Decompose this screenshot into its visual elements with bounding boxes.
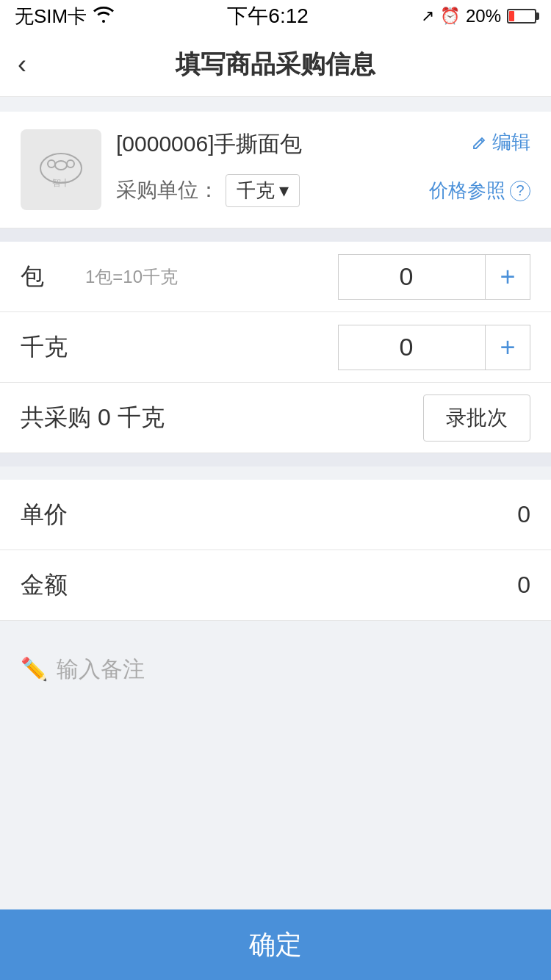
unit-price-row: 单价 0 xyxy=(0,480,551,550)
unit-price-value: 0 xyxy=(517,501,530,528)
pencil-icon: ✏️ xyxy=(21,656,48,682)
product-card: 智十 [0000006]手撕面包 编辑 采购单位： xyxy=(0,112,551,228)
location-icon: ↗ xyxy=(421,7,434,26)
kg-quantity-input[interactable] xyxy=(338,325,485,370)
carrier-label: 无SIM卡 xyxy=(15,4,87,29)
amount-label: 金额 xyxy=(21,569,68,602)
bao-input-row: 包 1包=10千克 + xyxy=(0,242,551,312)
wifi-icon xyxy=(93,5,115,28)
info-section: 单价 0 金额 0 xyxy=(0,480,551,621)
confirm-button[interactable]: 确定 xyxy=(0,909,551,980)
svg-point-1 xyxy=(48,160,55,167)
kg-plus-button[interactable]: + xyxy=(485,325,530,370)
svg-text:智十: 智十 xyxy=(52,178,70,188)
bao-quantity-input[interactable] xyxy=(338,254,485,300)
status-right: ↗ ⏰ 20% xyxy=(421,6,536,26)
section-divider-1 xyxy=(0,228,551,242)
kg-label: 千克 xyxy=(21,331,79,364)
kg-input-row: 千克 + xyxy=(0,312,551,383)
quantity-input-section: 包 1包=10千克 + 千克 + xyxy=(0,242,551,383)
page-title: 填写商品采购信息 xyxy=(176,48,375,82)
bao-sublabel: 1包=10千克 xyxy=(85,265,178,289)
bao-plus-button[interactable]: + xyxy=(485,254,530,300)
remark-placeholder: 输入备注 xyxy=(57,655,145,685)
svg-point-2 xyxy=(67,160,74,167)
product-info: [0000006]手撕面包 编辑 采购单位： 千克 ▾ xyxy=(116,129,530,207)
dropdown-icon: ▾ xyxy=(279,179,289,202)
alarm-icon: ⏰ xyxy=(440,7,460,26)
unit-select[interactable]: 千克 ▾ xyxy=(226,174,300,207)
bao-label: 包 xyxy=(21,261,79,293)
product-image: 智十 xyxy=(21,129,101,210)
empty-space xyxy=(0,707,551,909)
remark-area[interactable]: ✏️ 输入备注 xyxy=(0,634,551,707)
price-ref-button[interactable]: 价格参照 ? xyxy=(429,178,530,203)
status-bar: 无SIM卡 下午6:12 ↗ ⏰ 20% xyxy=(0,0,551,32)
svg-point-3 xyxy=(55,161,67,170)
amount-value: 0 xyxy=(517,572,530,599)
product-name: [0000006]手撕面包 xyxy=(116,129,472,159)
record-batch-button[interactable]: 录批次 xyxy=(423,394,530,442)
summary-text: 共采购 0 千克 xyxy=(21,402,165,434)
unit-label: 采购单位： 千克 ▾ xyxy=(116,174,300,207)
status-left: 无SIM卡 xyxy=(15,4,115,29)
amount-row: 金额 0 xyxy=(0,550,551,621)
section-divider-2 xyxy=(0,453,551,466)
back-button[interactable]: ‹ xyxy=(18,49,26,80)
summary-row: 共采购 0 千克 录批次 xyxy=(0,383,551,453)
status-time: 下午6:12 xyxy=(227,2,309,30)
unit-price-label: 单价 xyxy=(21,499,68,531)
nav-bar: ‹ 填写商品采购信息 xyxy=(0,32,551,97)
edit-button[interactable]: 编辑 xyxy=(472,129,530,155)
battery-icon xyxy=(507,9,536,24)
price-ref-help-icon: ? xyxy=(510,181,530,201)
battery-percent: 20% xyxy=(466,6,501,26)
